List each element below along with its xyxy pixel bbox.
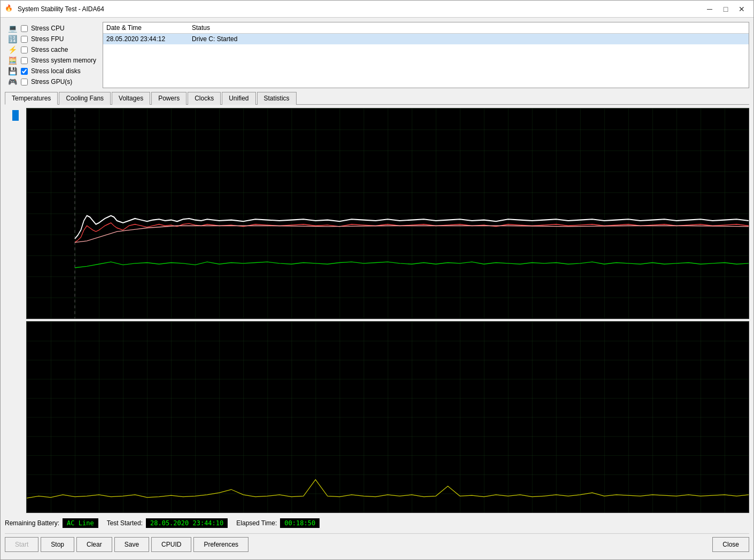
stress-memory-item: 🧮 Stress system memory [7,56,96,65]
log-date-0: 28.05.2020 23:44:12 [106,35,192,43]
minimize-button[interactable]: ─ [702,3,717,15]
tabs-bar: Temperatures Cooling Fans Voltages Power… [5,91,749,105]
stress-gpu-checkbox[interactable] [21,79,28,85]
maximize-button[interactable]: □ [718,3,733,15]
test-started-label: Test Started: [107,519,143,527]
preferences-button[interactable]: Preferences [193,537,248,552]
stress-cache-checkbox[interactable] [21,46,28,53]
elapsed-label: Elapsed Time: [236,519,277,527]
gpu-icon: 🎮 [7,77,18,86]
cpu-icon: 💻 [7,24,18,33]
charts-wrapper: ✓ CPU Diode ✓ GPU ✓ CPU ✓ [5,108,749,513]
disks-icon: 💾 [7,67,18,75]
stress-fpu-label: Stress FPU [31,35,64,43]
save-button[interactable]: Save [114,537,149,552]
log-table-header: Date & Time Status [103,22,749,34]
svg-rect-1 [27,108,749,318]
cache-icon: ⚡ [7,45,18,54]
log-header-status: Status [192,24,745,32]
log-row: 28.05.2020 23:44:12 Drive C: Started [103,34,749,44]
stress-disks-label: Stress local disks [31,67,81,75]
stress-disks-checkbox[interactable] [21,68,28,75]
tabs-section: Temperatures Cooling Fans Voltages Power… [5,91,749,105]
memory-icon: 🧮 [7,56,18,65]
title-bar: 🔥 System Stability Test - AIDA64 ─ □ ✕ [1,1,753,18]
start-button[interactable]: Start [5,537,38,552]
elapsed-value: 00:18:50 [280,518,320,528]
temperature-chart: ✓ CPU Diode ✓ GPU ✓ CPU ✓ [26,108,749,319]
clear-button[interactable]: Clear [76,537,112,552]
tab-clocks[interactable]: Clocks [188,92,221,105]
temp-chart-svg [27,108,749,318]
stress-gpu-item: 🎮 Stress GPU(s) [7,77,96,86]
stress-memory-label: Stress system memory [31,57,96,64]
tab-voltages[interactable]: Voltages [112,92,150,105]
main-window: 🔥 System Stability Test - AIDA64 ─ □ ✕ 💻… [0,0,754,560]
cpuid-button[interactable]: CPUID [151,537,191,552]
status-bar: Remaining Battery: AC Line Test Started:… [5,516,749,530]
close-button[interactable]: Close [712,537,749,552]
log-table: Date & Time Status 28.05.2020 23:44:12 D… [103,22,749,88]
top-section: 💻 Stress CPU 🔢 Stress FPU ⚡ Stress cache… [5,22,749,88]
test-started-value: 28.05.2020 23:44:10 [146,518,228,528]
tab-cooling-fans[interactable]: Cooling Fans [59,92,111,105]
button-bar: Start Stop Clear Save CPUID Preferences … [5,533,749,555]
tab-powers[interactable]: Powers [151,92,186,105]
app-icon: 🔥 [5,4,14,14]
battery-label: Remaining Battery: [5,519,59,527]
svg-rect-4 [27,322,749,512]
cpu-chart-svg [27,322,749,512]
stop-button[interactable]: Stop [41,537,74,552]
stress-cpu-label: Stress CPU [31,25,65,32]
stress-cache-label: Stress cache [31,46,68,53]
stress-options-panel: 💻 Stress CPU 🔢 Stress FPU ⚡ Stress cache… [5,22,98,88]
tab-statistics[interactable]: Statistics [257,92,297,105]
log-status-0: Drive C: Started [192,35,745,43]
battery-status: Remaining Battery: AC Line [5,518,98,528]
tab-unified[interactable]: Unified [222,92,255,105]
test-started-status: Test Started: 28.05.2020 23:44:10 [107,518,228,528]
scroll-indicator[interactable] [12,110,19,121]
fpu-icon: 🔢 [7,35,18,43]
close-window-button[interactable]: ✕ [734,3,749,15]
stress-disks-item: 💾 Stress local disks [7,67,96,75]
charts-main: ✓ CPU Diode ✓ GPU ✓ CPU ✓ [26,108,749,513]
log-header-date: Date & Time [106,24,192,32]
cpu-usage-chart: CPU Usage 100% 0% 6% [26,321,749,513]
charts-left-bar [5,108,26,513]
stress-gpu-label: Stress GPU(s) [31,78,72,85]
window-title: System Stability Test - AIDA64 [18,5,702,13]
stress-cache-item: ⚡ Stress cache [7,45,96,54]
stress-fpu-item: 🔢 Stress FPU [7,35,96,43]
main-content: 💻 Stress CPU 🔢 Stress FPU ⚡ Stress cache… [1,18,753,559]
stress-memory-checkbox[interactable] [21,57,28,64]
stress-fpu-checkbox[interactable] [21,36,28,43]
window-controls: ─ □ ✕ [702,3,749,15]
elapsed-time-status: Elapsed Time: 00:18:50 [236,518,320,528]
stress-cpu-item: 💻 Stress CPU [7,24,96,33]
tab-temperatures[interactable]: Temperatures [5,92,58,105]
battery-value: AC Line [63,518,98,528]
stress-cpu-checkbox[interactable] [21,25,28,32]
